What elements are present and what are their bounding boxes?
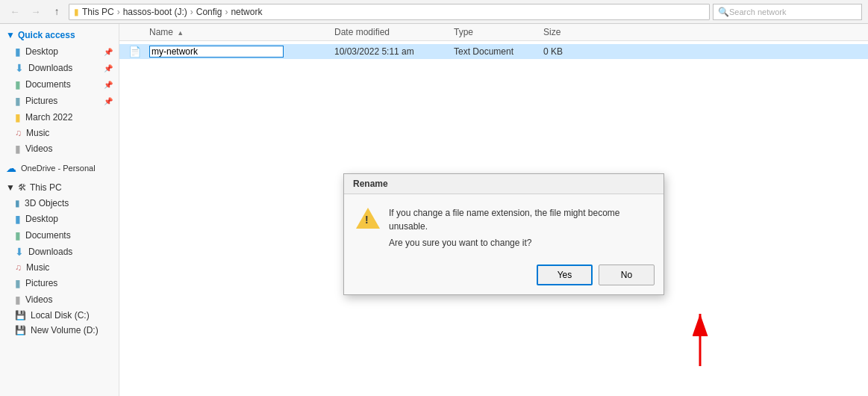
warning-icon xyxy=(356,206,380,230)
music-icon: ♫ xyxy=(15,262,22,273)
address-part: network xyxy=(231,7,262,17)
pin-icon: 📌 xyxy=(104,81,113,89)
sidebar-item-documents-pinned[interactable]: ▮ Documents 📌 xyxy=(0,76,119,93)
sidebar-item-label: March 2022 xyxy=(25,112,72,123)
sidebar-item-videos-thispc[interactable]: ▮ Videos xyxy=(0,291,119,308)
sidebar-item-label: Pictures xyxy=(25,278,57,288)
sidebar-item-localdisk[interactable]: 💾 Local Disk (C:) xyxy=(0,308,119,323)
folder-icon: ⬇ xyxy=(15,246,24,258)
address-part: This PC xyxy=(82,7,114,17)
col-type-header[interactable]: Type xyxy=(448,27,537,37)
top-bar: ← → ↑ ▮ This PC › hassos-boot (J:) › Con… xyxy=(0,0,868,24)
pin-icon: 📌 xyxy=(104,64,113,72)
sidebar-item-downloads-pinned[interactable]: ⬇ Downloads 📌 xyxy=(0,60,119,76)
address-bar[interactable]: ▮ This PC › hassos-boot (J:) › Config › … xyxy=(69,4,710,20)
address-part: hassos-boot (J:) xyxy=(123,7,187,17)
sidebar-item-label: New Volume (D:) xyxy=(31,325,99,335)
col-date-header[interactable]: Date modified xyxy=(328,27,448,37)
dialog-buttons: Yes No xyxy=(344,259,664,294)
table-row[interactable]: 📄 10/03/2022 5:11 am Text Document 0 KB xyxy=(119,44,868,59)
pin-icon: 📌 xyxy=(104,97,113,105)
sidebar-item-label: Desktop xyxy=(25,46,58,57)
file-type: Text Document xyxy=(448,46,537,57)
sidebar-item-march2022[interactable]: ▮ March 2022 xyxy=(0,109,119,126)
file-icon: 📄 xyxy=(119,46,149,58)
sidebar-item-label: 3D Objects xyxy=(25,198,69,208)
folder-icon: ▮ xyxy=(15,78,21,90)
sidebar-item-desktop-thispc[interactable]: ▮ Desktop xyxy=(0,211,119,227)
sidebar-item-label: OneDrive - Personal xyxy=(21,164,96,173)
sidebar-item-label: Documents xyxy=(25,79,71,90)
folder-icon: ▮ xyxy=(15,46,21,58)
folder-icon: ▮ xyxy=(15,229,21,241)
dialog-text: If you change a file name extension, the… xyxy=(389,206,652,250)
sidebar-item-downloads-thispc[interactable]: ⬇ Downloads xyxy=(0,244,119,260)
arrow-annotation xyxy=(678,306,722,366)
rename-dialog: Rename If you change a file name extensi… xyxy=(343,173,664,295)
sidebar-item-label: Desktop xyxy=(25,214,58,224)
sidebar-item-videos[interactable]: ▮ Videos xyxy=(0,140,119,157)
dialog-message-line1: If you change a file name extension, the… xyxy=(389,206,652,233)
sidebar-item-label: Music xyxy=(26,128,49,138)
forward-button[interactable]: → xyxy=(27,3,45,21)
sidebar-item-music[interactable]: ♫ Music xyxy=(0,126,119,140)
sidebar-item-music-thispc[interactable]: ♫ Music xyxy=(0,260,119,275)
file-list: 📄 10/03/2022 5:11 am Text Document 0 KB xyxy=(119,41,868,62)
back-button[interactable]: ← xyxy=(6,3,24,21)
col-size-header[interactable]: Size xyxy=(537,27,597,37)
this-pc-header[interactable]: ▼ 🛠 This PC xyxy=(0,179,119,196)
computer-icon: 🛠 xyxy=(18,182,27,193)
folder-icon-small: ▮ xyxy=(74,7,79,17)
sidebar-item-pictures-thispc[interactable]: ▮ Pictures xyxy=(0,275,119,291)
folder-icon: ⬇ xyxy=(15,62,24,74)
music-icon: ♫ xyxy=(15,128,22,138)
sidebar-item-desktop-pinned[interactable]: ▮ Desktop 📌 xyxy=(0,43,119,60)
dialog-body: If you change a file name extension, the… xyxy=(344,194,664,259)
sidebar-item-documents-thispc[interactable]: ▮ Documents xyxy=(0,227,119,244)
search-bar[interactable]: 🔍 Search network xyxy=(713,4,862,20)
sidebar-item-label: Videos xyxy=(25,294,52,305)
drive-icon: 💾 xyxy=(15,325,26,335)
this-pc-label: This PC xyxy=(30,182,62,193)
col-name-header[interactable]: Name ▲ xyxy=(119,27,328,37)
dialog-title: Rename xyxy=(353,179,388,189)
up-button[interactable]: ↑ xyxy=(48,3,66,21)
yes-button[interactable]: Yes xyxy=(537,264,593,285)
search-icon: 🔍 xyxy=(718,7,729,17)
sidebar-item-label: Local Disk (C:) xyxy=(31,310,90,321)
address-part: Config xyxy=(196,7,222,17)
sidebar-item-label: Videos xyxy=(25,143,52,154)
main-layout: ▼ Quick access ▮ Desktop 📌 ⬇ Downloads 📌… xyxy=(0,24,868,396)
dialog-title-bar: Rename xyxy=(344,174,664,194)
sort-arrow: ▲ xyxy=(177,29,184,37)
file-size: 0 KB xyxy=(537,46,597,57)
quick-access-label: Quick access xyxy=(18,30,75,40)
sidebar-item-onedrive[interactable]: ☁ OneDrive - Personal xyxy=(0,160,119,176)
dialog-message-line2: Are you sure you want to change it? xyxy=(389,236,652,250)
drive-icon: 💾 xyxy=(15,310,26,321)
sidebar-item-label: Documents xyxy=(25,230,71,241)
file-rename-input[interactable] xyxy=(149,46,284,58)
content-area: Name ▲ Date modified Type Size 📄 xyxy=(119,24,868,396)
folder-icon: ▮ xyxy=(15,213,21,225)
folder-icon: ▮ xyxy=(15,95,21,107)
no-button[interactable]: No xyxy=(599,264,655,285)
sidebar-item-label: Pictures xyxy=(25,96,57,106)
file-name-cell xyxy=(149,46,328,58)
sidebar-item-label: Downloads xyxy=(28,63,72,73)
sidebar-item-newvolume[interactable]: 💾 New Volume (D:) xyxy=(0,323,119,338)
folder-icon: ▮ xyxy=(15,111,21,123)
sidebar-item-pictures-pinned[interactable]: ▮ Pictures 📌 xyxy=(0,93,119,109)
chevron-down-icon: ▼ xyxy=(6,182,15,193)
quick-access-header[interactable]: ▼ Quick access xyxy=(0,27,119,43)
pin-icon: 📌 xyxy=(104,48,113,56)
folder-icon: ▮ xyxy=(15,277,21,289)
search-placeholder: Search network xyxy=(729,7,786,16)
sidebar: ▼ Quick access ▮ Desktop 📌 ⬇ Downloads 📌… xyxy=(0,24,119,396)
folder-icon: ▮ xyxy=(15,294,21,306)
folder-icon: ▮ xyxy=(15,198,20,208)
sidebar-item-label: Music xyxy=(26,262,49,273)
sidebar-item-3dobjects[interactable]: ▮ 3D Objects xyxy=(0,196,119,211)
folder-icon: ▮ xyxy=(15,143,21,155)
cloud-icon: ☁ xyxy=(6,162,16,174)
